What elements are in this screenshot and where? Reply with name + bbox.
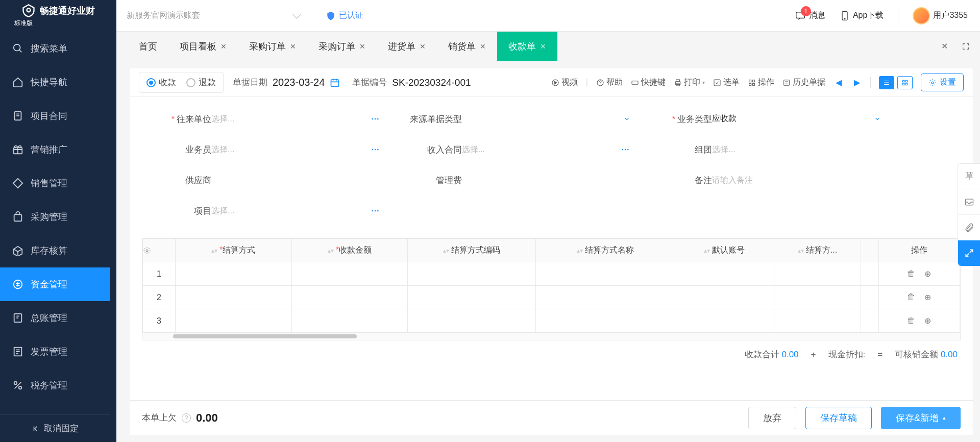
close-icon[interactable]: ✕ — [540, 42, 546, 51]
row-add-button[interactable]: ⊕ — [924, 292, 931, 302]
radio-refund[interactable]: 退款 — [186, 77, 216, 88]
table-row[interactable]: 3🗑⊕ — [143, 309, 960, 333]
col-settlement-name[interactable]: ▴▾结算方式名称 — [535, 239, 675, 262]
gear-icon — [928, 79, 937, 87]
edition-label: 标准版 — [14, 19, 33, 28]
supplier-input[interactable] — [211, 171, 380, 189]
account-placeholder: 新服务官网演示账套 — [127, 10, 200, 21]
lookup-icon[interactable]: ⋯ — [371, 144, 380, 154]
source-type-select[interactable] — [462, 110, 631, 128]
table-h-scrollbar[interactable] — [142, 333, 960, 340]
tab-bar: 首页 项目看板✕ 采购订单✕ 采购订单✕ 进货单✕ 销货单✕ 收款单✕ ✕ — [122, 32, 980, 61]
group-input[interactable] — [712, 141, 881, 158]
remark-input[interactable] — [712, 171, 881, 189]
close-all-tabs-button[interactable]: ✕ — [936, 38, 952, 55]
sidebar-item-tax[interactable]: 税务管理 — [0, 369, 110, 402]
mgmt-fee-input[interactable] — [462, 171, 631, 189]
svg-point-30 — [932, 82, 934, 84]
radio-receive[interactable]: 收款 — [146, 77, 176, 88]
col-default-account[interactable]: ▴▾默认账号 — [675, 239, 774, 262]
col-settlement-method[interactable]: ▴▾*结算方式 — [175, 239, 291, 262]
avatar — [913, 7, 930, 24]
tab-sales-order[interactable]: 销货单✕ — [437, 32, 497, 61]
sidebar-item-ledger[interactable]: 总账管理 — [0, 301, 110, 335]
sidebar-item-marketing[interactable]: 营销推广 — [0, 133, 110, 166]
tab-receipt[interactable]: 收款单✕ — [497, 32, 557, 61]
col-settlement-code[interactable]: ▴▾结算方式编码 — [408, 239, 536, 262]
row-add-button[interactable]: ⊕ — [924, 316, 931, 326]
close-icon[interactable]: ✕ — [290, 42, 296, 51]
project-input[interactable]: ⋯ — [211, 202, 380, 219]
save-and-new-button[interactable]: 保存&新增▴ — [881, 407, 961, 429]
table-row[interactable]: 2🗑⊕ — [143, 286, 960, 309]
file-icon — [12, 110, 23, 121]
sidebar-item-funds[interactable]: 资金管理 — [0, 267, 110, 301]
sidebar-unpin-button[interactable]: 取消固定 — [0, 414, 110, 442]
tab-purchase-order-2[interactable]: 采购订单✕ — [307, 32, 377, 61]
help-icon — [596, 79, 604, 87]
row-delete-button[interactable]: 🗑 — [907, 316, 915, 326]
dock-inbox-button[interactable] — [958, 189, 980, 215]
help-button[interactable]: 帮助 — [596, 77, 623, 88]
messages-button[interactable]: 1 消息 — [795, 10, 825, 21]
tab-project-kanban[interactable]: 项目看板✕ — [168, 32, 238, 61]
row-delete-button[interactable]: 🗑 — [907, 292, 915, 302]
lookup-icon[interactable]: ⋯ — [371, 114, 380, 124]
dock-draft-button[interactable]: 草 — [958, 164, 980, 189]
close-icon[interactable]: ✕ — [359, 42, 365, 51]
video-button[interactable]: 视频 — [551, 77, 578, 88]
chevron-down-icon — [623, 115, 630, 122]
row-add-button[interactable]: ⊕ — [924, 269, 931, 279]
account-selector[interactable]: 新服务官网演示账套 — [116, 10, 310, 21]
close-icon[interactable]: ✕ — [480, 42, 486, 51]
sidebar-item-quick-nav[interactable]: 快捷导航 — [0, 65, 110, 99]
close-icon[interactable]: ✕ — [220, 42, 227, 51]
fullscreen-button[interactable] — [958, 38, 974, 55]
user-menu[interactable]: 用户3355 — [913, 7, 968, 24]
collapse-icon — [32, 424, 41, 433]
business-type-select[interactable]: 应收款 — [712, 110, 881, 128]
save-draft-button[interactable]: 保存草稿 — [805, 407, 872, 429]
history-button[interactable]: 历史单据 — [782, 77, 825, 88]
print-button[interactable]: 打印▾ — [674, 77, 705, 88]
dock-attachment-button[interactable] — [958, 215, 980, 240]
tab-inbound[interactable]: 进货单✕ — [377, 32, 437, 61]
svg-rect-26 — [902, 80, 904, 82]
salesperson-input[interactable]: ⋯ — [211, 141, 380, 158]
table-row[interactable]: 1🗑⊕ — [143, 262, 960, 286]
logo-text: 畅捷通好业财 — [40, 5, 95, 17]
doc-date-field[interactable]: 单据日期 2023-03-24 — [233, 77, 340, 88]
lookup-icon[interactable]: ⋯ — [371, 206, 380, 215]
view-list-button[interactable] — [879, 76, 894, 89]
svg-rect-25 — [784, 80, 790, 85]
app-download-button[interactable]: App下载 — [840, 10, 884, 21]
view-card-button[interactable] — [897, 76, 913, 89]
sidebar-item-inventory[interactable]: 库存核算 — [0, 234, 110, 267]
sidebar-item-sales[interactable]: 销售管理 — [0, 166, 110, 200]
row-delete-button[interactable]: 🗑 — [907, 269, 915, 279]
operate-button[interactable]: 操作 — [748, 77, 774, 88]
sidebar-item-search-menu[interactable]: 搜索菜单 — [0, 32, 110, 65]
cancel-button[interactable]: 放弃 — [748, 407, 796, 429]
select-doc-button[interactable]: 选单 — [713, 77, 740, 88]
sidebar-item-purchase[interactable]: 采购管理 — [0, 200, 110, 234]
income-contract-input[interactable]: ⋯ — [462, 141, 631, 158]
sidebar-item-invoice[interactable]: 发票管理 — [0, 335, 110, 369]
next-doc-button[interactable]: ▶ — [852, 78, 862, 87]
col-receipt-amount[interactable]: ▴▾*收款金额 — [291, 239, 408, 262]
help-icon[interactable]: ? — [182, 413, 191, 423]
lookup-icon[interactable]: ⋯ — [621, 144, 630, 154]
table-settings-button[interactable] — [143, 239, 176, 262]
tab-purchase-order-1[interactable]: 采购订单✕ — [238, 32, 307, 61]
close-icon[interactable]: ✕ — [420, 42, 426, 51]
settings-button[interactable]: 设置 — [921, 73, 964, 91]
sidebar: 搜索菜单 快捷导航 项目合同 营销推广 销售管理 采购管理 库存核算 资金管理 … — [0, 32, 116, 442]
prev-doc-button[interactable]: ◀ — [834, 78, 844, 87]
sidebar-item-project-contract[interactable]: 项目合同 — [0, 99, 110, 133]
tag-icon — [12, 178, 23, 189]
col-settlement-more[interactable]: ▴▾结算方... — [774, 239, 861, 262]
shortcut-button[interactable]: 快捷键 — [631, 77, 666, 88]
dock-expand-button[interactable] — [958, 240, 980, 266]
customer-input[interactable]: ⋯ — [211, 110, 380, 128]
tab-home[interactable]: 首页 — [128, 32, 168, 61]
